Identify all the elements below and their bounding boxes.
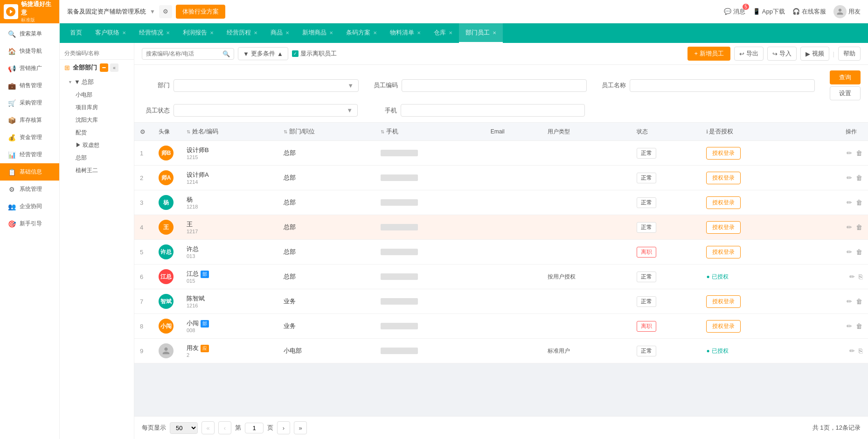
sidebar-item-inventory[interactable]: 📦 库存核算 (0, 111, 59, 129)
edit-icon[interactable]: ✏ (847, 322, 852, 330)
sidebar-item-marketing[interactable]: 📢 营销推广 (0, 60, 59, 77)
prev-page-btn[interactable]: ‹ (218, 421, 231, 434)
online-service-button[interactable]: 🎧 在线客服 (792, 7, 826, 16)
dept-select[interactable]: ▼ (174, 79, 359, 92)
edit-icon[interactable]: ✏ (847, 174, 852, 181)
delete-icon[interactable]: 🗑 (856, 298, 862, 305)
tab-close-icon[interactable]: ✕ (417, 30, 421, 35)
edit-icon[interactable]: ✏ (849, 347, 855, 355)
delete-icon[interactable]: 🗑 (856, 322, 862, 330)
dept-tree-item-zhishu[interactable]: 植树王二 (71, 164, 134, 177)
dept-search-input[interactable] (64, 50, 134, 56)
sidebar-item-sales[interactable]: 💼 销售管理 (0, 77, 59, 94)
view-button[interactable]: ▶ 视频 (800, 47, 829, 61)
export-button[interactable]: ↩ 导出 (734, 47, 764, 61)
emp-name-input[interactable] (630, 79, 815, 92)
delete-icon[interactable]: 🗑 (856, 248, 862, 256)
show-resigned-toggle[interactable]: ✓ 显示离职员工 (292, 49, 337, 58)
auth-login-btn[interactable]: 授权登录 (706, 320, 741, 333)
tab-warehouse[interactable]: 仓库 ✕ (427, 23, 459, 43)
sidebar-item-finance[interactable]: 💰 资金管理 (0, 129, 59, 146)
sidebar-item-system[interactable]: ⚙ 系统管理 (0, 181, 59, 198)
sidebar-item-basic[interactable]: 📋 基础信息 (0, 163, 59, 181)
copy-icon[interactable]: ⎘ (859, 273, 862, 280)
more-filter-btn[interactable]: ▼ 更多条件 ▲ (238, 47, 288, 60)
delete-icon[interactable]: 🗑 (856, 223, 862, 231)
dept-tree-item-shenyang[interactable]: 沈阳大库 (71, 114, 134, 126)
dept-fold-btn[interactable]: « (110, 63, 118, 72)
sidebar-item-collab[interactable]: 👥 企业协同 (0, 198, 59, 215)
sidebar-item-quicknav[interactable]: 🏠 快捷导航 (0, 42, 59, 60)
settings-button[interactable]: ⚙ (159, 5, 172, 18)
user-menu[interactable]: 用友 (833, 5, 861, 18)
delete-icon[interactable]: 🗑 (856, 149, 862, 157)
next-page-btn[interactable]: › (277, 421, 290, 434)
tab-history[interactable]: 经营历程 ✕ (220, 23, 264, 43)
delete-icon[interactable]: 🗑 (856, 174, 862, 181)
app-download-button[interactable]: 📱 App下载 (753, 7, 785, 16)
sidebar-item-search[interactable]: 🔍 搜索菜单 (0, 25, 59, 42)
tab-close-icon[interactable]: ✕ (122, 30, 126, 35)
edit-icon[interactable]: ✏ (847, 298, 852, 305)
tab-bom[interactable]: 物料清单 ✕ (383, 23, 427, 43)
tab-customers[interactable]: 客户联络 ✕ (89, 23, 132, 43)
emp-status-select[interactable]: ▼ (174, 104, 358, 117)
delete-icon[interactable]: 🗑 (856, 199, 862, 206)
tab-add-goods[interactable]: 新增商品 ✕ (296, 23, 340, 43)
dept-tree-item-shuangxu[interactable]: ▶ 双虚想 (71, 139, 134, 152)
copy-icon[interactable]: ⎘ (859, 347, 862, 355)
edit-icon[interactable]: ✏ (847, 199, 852, 206)
dept-tree-item-projectroom[interactable]: 项目库房 (71, 101, 134, 114)
dept-tree-item-xiaodibu[interactable]: 小电部 (71, 89, 134, 101)
dept-header[interactable]: ⊞ 全部部门 « (60, 60, 134, 76)
auth-login-btn[interactable]: 授权登录 (706, 295, 741, 308)
sidebar-item-management[interactable]: 📊 经营管理 (0, 146, 59, 163)
dept-tree-item-head[interactable]: ▼ 总部 (63, 76, 134, 89)
phone-input[interactable] (401, 104, 585, 117)
row-phone (375, 339, 485, 363)
trial-button[interactable]: 体验行业方案 (176, 5, 225, 19)
settings-button[interactable]: 设置 (830, 86, 861, 100)
tab-barcode[interactable]: 条码方案 ✕ (340, 23, 383, 43)
dept-collapse-btn[interactable] (100, 63, 108, 72)
row-name: 小闯部 008 (181, 314, 278, 339)
dept-tree-item-zongbu[interactable]: 总部 (71, 152, 134, 164)
tab-close-icon[interactable]: ✕ (166, 30, 170, 35)
add-employee-button[interactable]: + 新增员工 (687, 47, 730, 61)
messages-button[interactable]: 💬 消息 5 (724, 7, 745, 16)
tab-operations[interactable]: 经营情况 ✕ (132, 23, 176, 43)
sidebar-item-guide[interactable]: 🎯 新手引导 (0, 215, 59, 232)
tab-close-icon[interactable]: ✕ (449, 30, 452, 35)
first-page-btn[interactable]: « (201, 421, 215, 434)
per-page-select[interactable]: 50 100 (170, 422, 198, 434)
auth-login-btn[interactable]: 授权登录 (706, 196, 741, 209)
edit-icon[interactable]: ✏ (847, 248, 852, 256)
last-page-btn[interactable]: » (294, 421, 307, 434)
tab-close-icon[interactable]: ✕ (493, 30, 496, 35)
auth-login-btn[interactable]: 授权登录 (706, 246, 741, 258)
help-button[interactable]: 帮助 (838, 47, 861, 61)
edit-icon[interactable]: ✏ (847, 149, 852, 157)
tab-close-icon[interactable]: ✕ (285, 30, 289, 35)
edit-icon[interactable]: ✏ (847, 223, 852, 231)
auth-login-btn[interactable]: 授权登录 (706, 172, 741, 184)
tab-close-icon[interactable]: ✕ (373, 30, 377, 35)
tab-close-icon[interactable]: ✕ (254, 30, 257, 35)
dept-tree-item-peihuo[interactable]: 配货 (71, 126, 134, 139)
tab-profit[interactable]: 利润报告 ✕ (176, 23, 220, 43)
row-auth: 已授权 (701, 339, 804, 363)
emp-code-input[interactable] (402, 79, 587, 92)
auth-login-btn[interactable]: 授权登录 (706, 147, 741, 160)
tab-employees[interactable]: 部门员工 ✕ (459, 23, 503, 43)
tab-close-icon[interactable]: ✕ (210, 30, 214, 35)
tab-home[interactable]: 首页 (63, 23, 89, 43)
edit-icon[interactable]: ✏ (849, 273, 855, 280)
tab-goods[interactable]: 商品 ✕ (264, 23, 296, 43)
auth-login-btn[interactable]: 授权登录 (706, 221, 741, 234)
sidebar-item-purchase[interactable]: 🛒 采购管理 (0, 94, 59, 111)
tab-close-icon[interactable]: ✕ (329, 30, 333, 35)
search-input[interactable] (146, 50, 221, 57)
import-button[interactable]: ↪ 导入 (767, 47, 797, 61)
page-input[interactable] (245, 423, 264, 433)
query-button[interactable]: 查询 (830, 70, 861, 84)
